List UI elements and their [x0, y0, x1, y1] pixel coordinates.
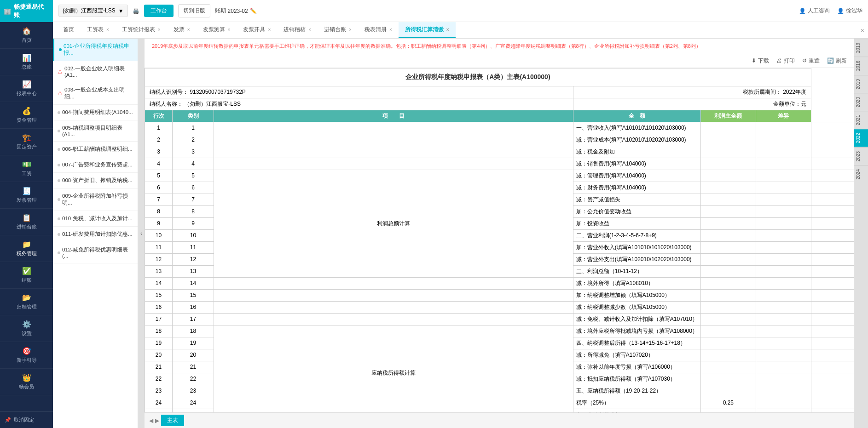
sidebar-item-tax[interactable]: 📁 税务管理 — [0, 235, 53, 262]
sidebar-item-report-center[interactable]: 📈 报表中心 — [0, 75, 53, 102]
tab-tax-list[interactable]: 税表清册 × — [358, 22, 399, 38]
cell-je[interactable] — [700, 373, 756, 385]
cell-je[interactable] — [700, 325, 756, 337]
cell-cy[interactable] — [811, 205, 854, 217]
sidebar-item-sales-ledger[interactable]: 📋 进销台账 — [0, 209, 53, 235]
cell-lrje[interactable] — [756, 205, 811, 217]
cell-lrje[interactable] — [756, 217, 811, 229]
tab-sales-check[interactable]: 进销稽核 × — [277, 22, 318, 38]
tab-sales-ledger[interactable]: 进销台账 × — [318, 22, 358, 38]
cell-je[interactable] — [700, 277, 756, 289]
cell-lrje[interactable] — [756, 182, 811, 194]
edit-period-icon[interactable]: ✏️ — [250, 8, 257, 14]
cell-lrje[interactable] — [756, 301, 811, 313]
cell-je[interactable] — [700, 253, 756, 265]
cell-lrje[interactable] — [756, 134, 811, 146]
cell-je[interactable] — [700, 313, 756, 325]
sub-nav-item-006[interactable]: 006-职工薪酬纳税调整明细... — [53, 142, 138, 157]
cell-cy[interactable] — [811, 337, 854, 349]
sub-nav-item-008[interactable]: 008-资产折旧、摊销及纳税... — [53, 173, 138, 188]
sub-nav-item-005[interactable]: 005-纳税调整项目明细表(A1... — [53, 120, 138, 142]
sub-nav-item-002[interactable]: ⚠ 002-一般企业收入明细表(A1... — [53, 61, 138, 82]
cell-cy[interactable] — [811, 373, 854, 385]
sub-nav-item-009[interactable]: 009-企业所得税附加补亏损明... — [53, 188, 138, 211]
cell-cy[interactable] — [811, 325, 854, 337]
sidebar-item-invoice[interactable]: 🧾 发票管理 — [0, 182, 53, 209]
sub-nav-item-007[interactable]: 007-广告费和业务宣传费超... — [53, 157, 138, 173]
year-nav-2024[interactable]: 2024 — [854, 165, 868, 183]
cell-lrje[interactable] — [756, 385, 811, 397]
sidebar-item-guide[interactable]: 🎯 新手引导 — [0, 342, 53, 369]
cell-je[interactable]: 0.25 — [700, 397, 756, 409]
tab-salary-report[interactable]: 工资统计报表 × — [116, 22, 167, 38]
tab-close-icon[interactable]: × — [158, 27, 161, 32]
cell-lrje[interactable] — [756, 146, 811, 158]
cell-cy[interactable] — [811, 289, 854, 301]
cell-cy[interactable] — [811, 277, 854, 289]
sub-nav-item-001[interactable]: 001-企业所得税年度纳税申报... — [53, 39, 138, 61]
cell-cy[interactable] — [811, 194, 854, 205]
year-nav-2020[interactable]: 2020 — [854, 93, 868, 111]
tab-close-icon[interactable]: × — [187, 27, 190, 32]
tab-close-icon[interactable]: × — [389, 27, 392, 32]
cell-cy[interactable] — [811, 253, 854, 265]
cell-je[interactable] — [700, 229, 756, 241]
sub-nav-item-004[interactable]: 004-期间费用明细表(A1040... — [53, 105, 138, 120]
cell-cy[interactable] — [811, 158, 854, 170]
cell-cy[interactable] — [811, 134, 854, 146]
cell-lrje[interactable] — [756, 241, 811, 253]
cell-je[interactable] — [700, 182, 756, 194]
cell-je[interactable] — [700, 409, 756, 412]
cell-lrje[interactable] — [756, 277, 811, 289]
tab-home[interactable]: 首页 — [57, 22, 81, 38]
cell-je[interactable] — [700, 205, 756, 217]
sub-nav-item-011[interactable]: 011-研发费用加计扣除优惠... — [53, 227, 138, 242]
cell-lrje[interactable] — [756, 289, 811, 301]
sub-nav-collapse[interactable]: ‹ — [138, 39, 145, 428]
cell-je[interactable] — [700, 170, 756, 182]
cell-lrje[interactable] — [756, 265, 811, 277]
sidebar-item-settings[interactable]: ⚙️ 设置 — [0, 315, 53, 342]
cell-cy[interactable] — [811, 229, 854, 241]
tab-income-tax[interactable]: 所得税汇算清缴 × — [399, 22, 456, 38]
cell-lrje[interactable] — [756, 170, 811, 182]
nav-close-all[interactable]: × — [861, 27, 864, 34]
sidebar-item-checkout[interactable]: ✅ 结账 — [0, 262, 53, 289]
tab-close-icon[interactable]: × — [268, 27, 271, 32]
tab-invoice[interactable]: 发票 × — [167, 22, 197, 38]
sidebar-item-fund[interactable]: 💰 资金管理 — [0, 102, 53, 129]
cell-cy[interactable] — [811, 182, 854, 194]
sidebar-item-general-ledger[interactable]: 📊 总账 — [0, 49, 53, 75]
sidebar-item-membership[interactable]: 👑 畅会员 — [0, 369, 53, 395]
tab-invoice-open[interactable]: 发票开具 × — [237, 22, 277, 38]
cell-cy[interactable] — [811, 361, 854, 373]
print-button[interactable]: 🖨 打印 — [776, 57, 795, 65]
user-profile[interactable]: 👤 徐涩华 — [837, 7, 862, 15]
cell-je[interactable] — [700, 134, 756, 146]
cell-lrje[interactable] — [756, 397, 811, 409]
sidebar-item-archive[interactable]: 📂 归档管理 — [0, 289, 53, 315]
refresh-button[interactable]: 🔄 刷新 — [827, 57, 847, 65]
cell-cy[interactable] — [811, 170, 854, 182]
tab-close-icon[interactable]: × — [106, 27, 109, 32]
cell-cy[interactable] — [811, 301, 854, 313]
next-sheet-icon[interactable]: ▶ — [155, 417, 159, 424]
sidebar-item-home[interactable]: 🏠 首页 — [0, 22, 53, 49]
company-selector[interactable]: (勿删）江西服宝-LSS ▼ — [58, 5, 128, 17]
cell-je[interactable] — [700, 241, 756, 253]
cell-cy[interactable] — [811, 241, 854, 253]
cell-je[interactable] — [700, 146, 756, 158]
cell-je[interactable] — [700, 289, 756, 301]
cell-je[interactable] — [700, 265, 756, 277]
tab-invoice-calc[interactable]: 发票测算 × — [197, 22, 237, 38]
cell-je[interactable] — [700, 194, 756, 205]
year-nav-2016[interactable]: 2016 — [854, 57, 868, 74]
cell-cy[interactable] — [811, 313, 854, 325]
cell-lrje[interactable] — [756, 325, 811, 337]
cell-je[interactable] — [700, 337, 756, 349]
tab-close-icon[interactable]: × — [308, 27, 311, 32]
sub-nav-item-010[interactable]: 010-免税、减计收入及加计... — [53, 211, 138, 227]
workbench-button[interactable]: 工作台 — [144, 5, 174, 17]
sidebar-item-salary[interactable]: 💵 工资 — [0, 155, 53, 182]
cell-cy[interactable] — [811, 265, 854, 277]
